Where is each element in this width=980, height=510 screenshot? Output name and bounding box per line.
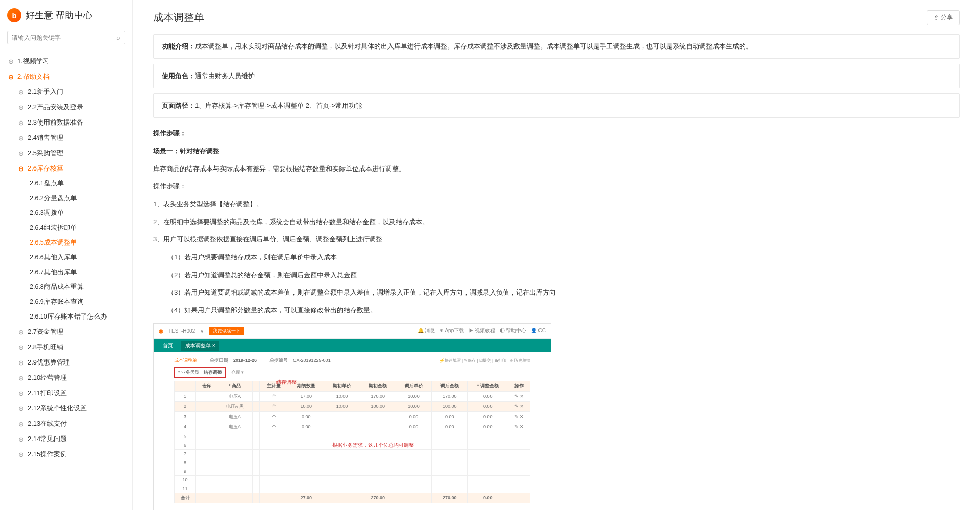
- expand-icon[interactable]: ⊕: [17, 134, 24, 141]
- expand-icon[interactable]: ⊕: [17, 104, 24, 111]
- ss-annotation-1: 结存调整: [276, 379, 297, 386]
- content-section: 操作步骤： 场景一：针对结存调整 库存商品的结存成本与实际成本有差异，需要根据结…: [153, 127, 960, 510]
- nav-item[interactable]: 2.6.3调拨单: [7, 206, 125, 221]
- nav-item-label: 2.6.4组装拆卸单: [30, 224, 77, 232]
- expand-icon[interactable]: ⊕: [17, 88, 24, 95]
- nav-item[interactable]: ⊕2.15操作案例: [7, 447, 125, 462]
- nav-item-label: 2.6.5成本调整单: [30, 238, 77, 247]
- intro-label: 功能介绍：: [162, 42, 195, 50]
- nav-item[interactable]: ⊕2.5采购管理: [7, 145, 125, 161]
- expand-icon[interactable]: ⊕: [17, 344, 24, 351]
- logo-text: 好生意 帮助中心: [26, 9, 92, 21]
- nav-item[interactable]: 2.6.4组装拆卸单: [7, 221, 125, 235]
- nav-item-label: 2.7资金管理: [28, 327, 63, 336]
- nav-item-label: 2.6库存核算: [28, 164, 63, 173]
- expand-icon[interactable]: ⊕: [17, 405, 24, 412]
- expand-icon[interactable]: ⊕: [17, 451, 24, 458]
- nav-item[interactable]: ⊕2.12系统个性化设置: [7, 401, 125, 416]
- nav-item-label: 2.6.8商品成本重算: [30, 283, 84, 292]
- nav-item-label: 2.6.6其他入库单: [30, 253, 77, 262]
- nav-item-label: 2.6.9库存账本查询: [30, 298, 84, 306]
- role-label: 使用角色：: [162, 72, 195, 80]
- nav-item[interactable]: ⊖2.帮助文档: [7, 69, 125, 84]
- expand-icon[interactable]: ⊕: [7, 58, 14, 65]
- sidebar: b 好生意 帮助中心 ⌕ ⊕1.视频学习⊖2.帮助文档⊕2.1新手入门⊕2.2产…: [0, 0, 133, 510]
- nav-item-label: 2.5采购管理: [28, 149, 63, 158]
- nav-item[interactable]: 2.6.8商品成本重算: [7, 280, 125, 295]
- nav-item-label: 2.6.3调拨单: [30, 209, 64, 217]
- ss-topbar: ◉ TEST-H002 ∨ 我要做啥一下 🔔 消息 ⊕ App下载 ▶ 视频教程…: [154, 324, 551, 339]
- share-icon: ⇪: [934, 14, 939, 21]
- share-label: 分享: [941, 13, 953, 22]
- nav-item[interactable]: ⊕2.7资金管理: [7, 324, 125, 339]
- step-3-2: （2）若用户知道调整总的结存金额，则在调后金额中录入总金额: [153, 269, 960, 282]
- path-label: 页面路径：: [162, 102, 195, 109]
- step-3-3: （3）若用户知道要调增或调减的成本差值，则在调整金额中录入差值，调增录入正值，记…: [153, 286, 960, 299]
- ss-tab-home: 首页: [159, 341, 177, 351]
- steps-heading: 操作步骤：: [153, 127, 960, 140]
- nav-item[interactable]: ⊕2.3使用前数据准备: [7, 115, 125, 130]
- nav-item[interactable]: 2.6.6其他入库单: [7, 250, 125, 265]
- nav-item-label: 2.帮助文档: [17, 72, 50, 81]
- expand-icon[interactable]: ⊕: [17, 374, 24, 381]
- nav-item-label: 2.15操作案例: [28, 450, 67, 459]
- nav-item-label: 2.4销售管理: [28, 133, 63, 142]
- step-2: 2、在明细中选择要调整的商品及仓库，系统会自动带出结存数量和结存金额，以及结存成…: [153, 216, 960, 229]
- nav-item[interactable]: 2.6.10库存账本错了怎么办: [7, 309, 125, 324]
- search-input[interactable]: [12, 34, 116, 41]
- nav-item-label: 2.6.7其他出库单: [30, 268, 77, 277]
- expand-icon[interactable]: ⊕: [17, 119, 24, 126]
- expand-icon[interactable]: ⊕: [17, 390, 24, 397]
- nav-item-label: 1.视频学习: [17, 57, 50, 66]
- role-box: 使用角色：通常由财务人员维护: [153, 64, 960, 88]
- nav-item[interactable]: ⊕1.视频学习: [7, 54, 125, 69]
- ss-code-label: 单据编号: [270, 357, 288, 364]
- search-icon[interactable]: ⌕: [116, 34, 120, 41]
- nav-item-label: 2.6.10库存账本错了怎么办: [30, 312, 107, 321]
- ss-date-val: 2019-12-26: [233, 358, 257, 363]
- ss-annotation-2: 根据业务需求，这几个位总均可调整: [332, 442, 414, 449]
- nav-item[interactable]: 2.6.5成本调整单: [7, 235, 125, 250]
- step-1: 1、表头业务类型选择【结存调整】。: [153, 198, 960, 211]
- logo-icon: b: [7, 8, 21, 22]
- nav-item[interactable]: 2.6.1盘点单: [7, 176, 125, 191]
- expand-icon[interactable]: ⊕: [17, 150, 24, 157]
- ss-action-btn: 我要做啥一下: [209, 327, 244, 335]
- ss-date-label: 单据日期: [210, 357, 228, 364]
- nav-item-label: 2.12系统个性化设置: [28, 404, 87, 413]
- nav-item[interactable]: ⊕2.13在线支付: [7, 416, 125, 431]
- intro-box: 功能介绍：成本调整单，用来实现对商品结存成本的调整，以及针对具体的出入库单进行成…: [153, 34, 960, 59]
- nav-item[interactable]: ⊕2.11打印设置: [7, 385, 125, 401]
- ss-tabs: 首页 成本调整单 ×: [154, 339, 551, 352]
- collapse-icon[interactable]: ⊖: [7, 73, 14, 80]
- main-content: 成本调整单 ⇪ 分享 功能介绍：成本调整单，用来实现对商品结存成本的调整，以及针…: [133, 0, 980, 510]
- nav-item[interactable]: ⊖2.6库存核算: [7, 161, 125, 176]
- nav-item[interactable]: ⊕2.9优惠券管理: [7, 355, 125, 370]
- nav-item-label: 2.9优惠券管理: [28, 358, 70, 367]
- nav-item[interactable]: 2.6.7其他出库单: [7, 265, 125, 280]
- embedded-screenshot: ◉ TEST-H002 ∨ 我要做啥一下 🔔 消息 ⊕ App下载 ▶ 视频教程…: [153, 323, 551, 510]
- nav-item[interactable]: ⊕2.14常见问题: [7, 431, 125, 447]
- nav-item-label: 2.6.2分量盘点单: [30, 194, 77, 203]
- expand-icon[interactable]: ⊕: [17, 359, 24, 366]
- expand-icon[interactable]: ⊕: [17, 420, 24, 427]
- nav-item[interactable]: 2.6.2分量盘点单: [7, 191, 125, 206]
- nav-item[interactable]: ⊕2.8手机旺铺: [7, 339, 125, 355]
- nav-item[interactable]: ⊕2.1新手入门: [7, 84, 125, 100]
- nav-item[interactable]: ⊕2.4销售管理: [7, 130, 125, 145]
- path-text: 1、库存核算->库存管理->成本调整单 2、首页->常用功能: [195, 102, 362, 109]
- nav-item[interactable]: ⊕2.2产品安装及登录: [7, 100, 125, 115]
- search-box[interactable]: ⌕: [7, 31, 125, 44]
- page-title: 成本调整单: [153, 11, 204, 25]
- step-3-1: （1）若用户想要调整结存成本，则在调后单价中录入成本: [153, 251, 960, 264]
- expand-icon[interactable]: ⊕: [17, 435, 24, 443]
- nav-item-label: 2.3使用前数据准备: [28, 118, 83, 127]
- collapse-icon[interactable]: ⊖: [17, 165, 24, 172]
- expand-icon[interactable]: ⊕: [17, 328, 24, 335]
- nav-item-label: 2.1新手入门: [28, 87, 63, 96]
- nav-item[interactable]: 2.6.9库存账本查询: [7, 295, 125, 309]
- share-button[interactable]: ⇪ 分享: [927, 10, 960, 25]
- nav-item[interactable]: ⊕2.10经营管理: [7, 370, 125, 385]
- nav-item-label: 2.10经营管理: [28, 373, 67, 382]
- logo: b 好生意 帮助中心: [7, 8, 125, 22]
